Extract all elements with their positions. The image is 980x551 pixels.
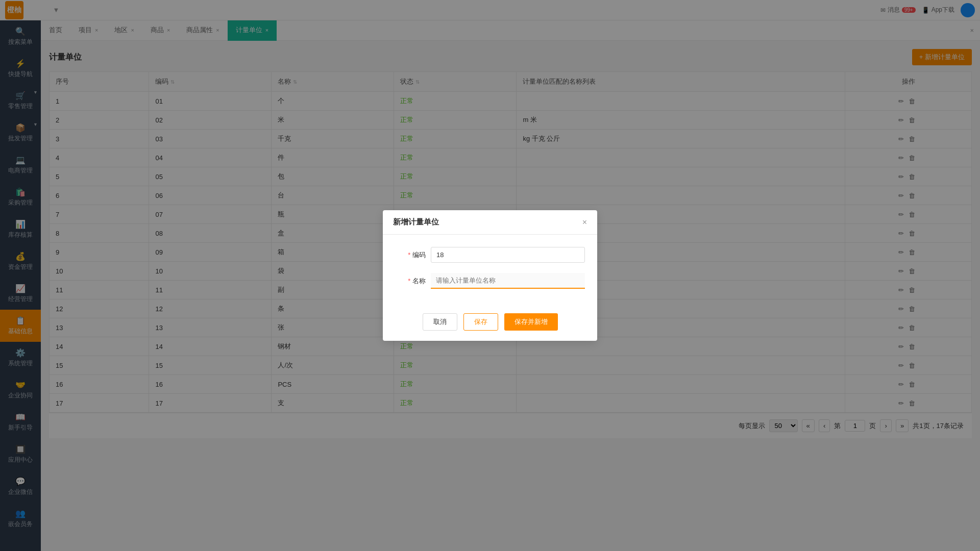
required-star-name: * bbox=[408, 277, 412, 285]
modal-close-btn[interactable]: × bbox=[582, 218, 587, 227]
form-row-code: * 编码 bbox=[395, 247, 585, 263]
save-new-button[interactable]: 保存并新增 bbox=[504, 313, 558, 331]
cancel-button[interactable]: 取消 bbox=[423, 313, 457, 331]
name-label: * 名称 bbox=[395, 277, 426, 286]
required-star: * bbox=[408, 251, 412, 259]
add-measure-unit-modal: 新增计量单位 × * 编码 * 名称 取消 保存 保存并新增 bbox=[383, 210, 597, 341]
name-input[interactable] bbox=[431, 273, 585, 289]
form-row-name: * 名称 bbox=[395, 273, 585, 289]
modal-title: 新增计量单位 bbox=[393, 217, 439, 227]
modal-footer: 取消 保存 保存并新增 bbox=[383, 307, 597, 341]
modal-body: * 编码 * 名称 bbox=[383, 235, 597, 307]
save-button[interactable]: 保存 bbox=[463, 313, 498, 331]
modal-overlay: 新增计量单位 × * 编码 * 名称 取消 保存 保存并新增 bbox=[0, 0, 980, 551]
code-label: * 编码 bbox=[395, 251, 426, 260]
modal-header: 新增计量单位 × bbox=[383, 210, 597, 235]
code-input[interactable] bbox=[431, 247, 585, 263]
